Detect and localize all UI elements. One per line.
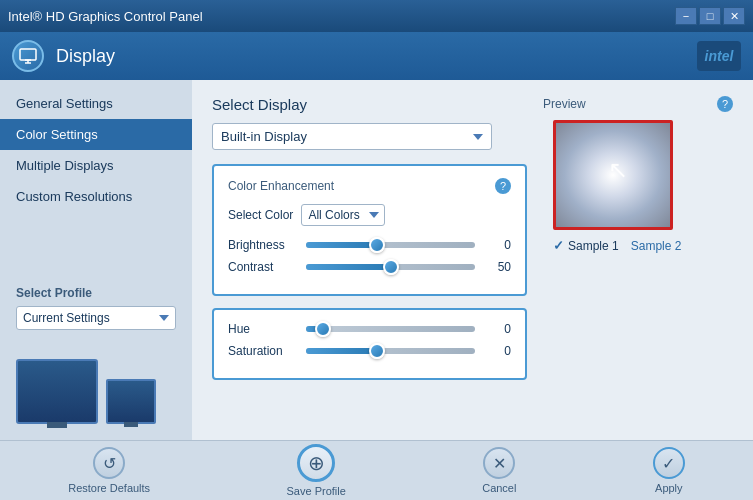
saturation-row: Saturation 0 [228,344,511,358]
apply-icon: ✓ [653,447,685,479]
close-button[interactable]: ✕ [723,7,745,25]
restore-defaults-label: Restore Defaults [68,482,150,494]
sidebar-monitor-graphic [0,346,192,440]
brightness-fill [306,242,377,248]
hue-label: Hue [228,322,298,336]
preview-title: Preview [543,97,586,111]
hue-saturation-box: Hue 0 Saturation [212,308,527,380]
saturation-thumb[interactable] [369,343,385,359]
apply-button[interactable]: ✓ Apply [653,447,685,494]
contrast-value: 50 [483,260,511,274]
contrast-row: Contrast 50 [228,260,511,274]
hue-row: Hue 0 [228,322,511,336]
brightness-row: Brightness 0 [228,238,511,252]
restore-defaults-icon: ↺ [93,447,125,479]
profile-select[interactable]: Current Settings [16,306,176,330]
display-select-wrapper: Built-in Display [212,123,527,150]
brightness-value: 0 [483,238,511,252]
cancel-label: Cancel [482,482,516,494]
footer: ↺ Restore Defaults ⊕ Save Profile ✕ Canc… [0,440,753,500]
sample1-label: Sample 1 [568,239,619,253]
sidebar-nav: General Settings Color Settings Multiple… [0,88,192,270]
maximize-button[interactable]: □ [699,7,721,25]
preview-samples: ✓ Sample 1 Sample 2 [543,238,733,253]
sidebar-item-color-settings[interactable]: Color Settings [0,119,192,150]
hue-track[interactable] [306,326,475,332]
saturation-value: 0 [483,344,511,358]
contrast-fill [306,264,391,270]
enhancement-title: Color Enhancement [228,179,334,193]
title-bar: Intel® HD Graphics Control Panel − □ ✕ [0,0,753,32]
left-content: Select Display Built-in Display Color En… [212,96,527,380]
content-area: Select Display Built-in Display Color En… [192,80,753,440]
saturation-track[interactable] [306,348,475,354]
sample1-check-icon: ✓ [553,238,564,253]
monitor-big-icon [16,359,98,424]
app-window: Intel® HD Graphics Control Panel − □ ✕ D… [0,0,753,500]
save-profile-button[interactable]: ⊕ Save Profile [287,444,346,497]
color-enhancement-help-icon[interactable]: ? [495,178,511,194]
color-select[interactable]: All Colors [301,204,385,226]
select-display-title: Select Display [212,96,527,113]
contrast-thumb[interactable] [383,259,399,275]
enhancement-header: Color Enhancement ? [228,178,511,194]
preview-help-icon[interactable]: ? [717,96,733,112]
brightness-track[interactable] [306,242,475,248]
intel-logo-text: intel [705,48,734,64]
hue-value: 0 [483,322,511,336]
sidebar-item-custom-resolutions[interactable]: Custom Resolutions [0,181,192,212]
brightness-label: Brightness [228,238,298,252]
save-profile-icon: ⊕ [297,444,335,482]
sidebar-item-general-settings[interactable]: General Settings [0,88,192,119]
brightness-thumb[interactable] [369,237,385,253]
sidebar-profile: Select Profile Current Settings [0,270,192,346]
sample1-item[interactable]: ✓ Sample 1 [553,238,619,253]
sidebar-item-multiple-displays[interactable]: Multiple Displays [0,150,192,181]
apply-label: Apply [655,482,683,494]
title-bar-controls: − □ ✕ [675,7,745,25]
cancel-icon: ✕ [483,447,515,479]
select-color-row: Select Color All Colors [228,204,511,226]
svg-rect-0 [20,49,36,60]
monitor-small-icon [106,379,156,424]
restore-defaults-button[interactable]: ↺ Restore Defaults [68,447,150,494]
profile-label: Select Profile [16,286,176,300]
contrast-track[interactable] [306,264,475,270]
sample2-label[interactable]: Sample 2 [631,239,682,253]
preview-section: Preview ? ↖ ✓ Sample 1 Sample 2 [543,96,733,380]
sidebar: General Settings Color Settings Multiple… [0,80,192,440]
minimize-button[interactable]: − [675,7,697,25]
contrast-label: Contrast [228,260,298,274]
select-color-label: Select Color [228,208,293,222]
cursor-icon: ↖ [608,156,628,184]
display-select[interactable]: Built-in Display [212,123,492,150]
header-bar: Display intel [0,32,753,80]
color-enhancement-box: Color Enhancement ? Select Color All Col… [212,164,527,296]
header-title: Display [56,46,115,67]
display-icon [12,40,44,72]
hue-thumb[interactable] [315,321,331,337]
title-bar-title: Intel® HD Graphics Control Panel [8,9,203,24]
intel-logo: intel [697,41,741,71]
saturation-fill [306,348,377,354]
saturation-label: Saturation [228,344,298,358]
cancel-button[interactable]: ✕ Cancel [482,447,516,494]
preview-image: ↖ [553,120,673,230]
title-text: Intel® HD Graphics Control Panel [8,9,203,24]
sample2-item[interactable]: Sample 2 [631,239,682,253]
preview-header: Preview ? [543,96,733,112]
save-profile-label: Save Profile [287,485,346,497]
main-content: General Settings Color Settings Multiple… [0,80,753,440]
